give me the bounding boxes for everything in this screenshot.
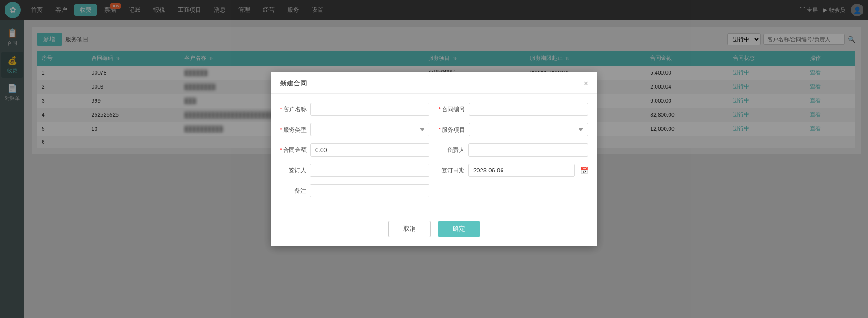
cancel-button[interactable]: 取消 — [388, 221, 431, 237]
note-label: 备注 — [280, 187, 306, 195]
form-group-customer: *客户名称 — [280, 103, 429, 116]
sign-date-input[interactable] — [468, 164, 575, 177]
sign-date-label: 签订日期 — [439, 166, 465, 175]
calendar-icon[interactable]: 📅 — [580, 167, 588, 174]
form-group-service-type: *服务类型 — [280, 123, 429, 136]
note-input[interactable] — [310, 184, 429, 197]
form-group-service-item: *服务项目 — [439, 123, 588, 136]
form-row-3: *合同金额 负责人 — [280, 143, 588, 157]
confirm-button[interactable]: 确定 — [438, 221, 480, 237]
service-type-select[interactable] — [310, 123, 429, 136]
contract-amount-input[interactable] — [310, 143, 429, 157]
form-group-contract-no: *合同编号 — [439, 103, 588, 116]
service-item-select[interactable] — [469, 123, 588, 136]
form-group-note: 备注 — [280, 184, 429, 197]
modal-header: 新建合同 × — [271, 72, 597, 94]
service-item-label: *服务项目 — [439, 126, 465, 134]
form-row-1: *客户名称 *合同编号 — [280, 103, 588, 116]
form-group-amount: *合同金额 — [280, 143, 429, 157]
customer-name-input[interactable] — [310, 103, 429, 116]
required-star-3: * — [280, 126, 282, 133]
modal-close-button[interactable]: × — [584, 80, 588, 88]
modal-footer: 取消 确定 — [271, 214, 597, 246]
form-group-signer: 签订人 — [280, 164, 429, 177]
required-star-1: * — [280, 106, 282, 113]
contract-no-input[interactable] — [469, 103, 588, 116]
customer-name-label: *客户名称 — [280, 105, 307, 114]
form-group-assignee: 负责人 — [439, 143, 588, 157]
required-star-4: * — [439, 126, 441, 133]
contract-no-label: *合同编号 — [439, 105, 465, 114]
form-row-5: 备注 — [280, 184, 588, 197]
modal-dialog: 新建合同 × *客户名称 *合同编号 — [271, 72, 597, 246]
modal-overlay[interactable]: 新建合同 × *客户名称 *合同编号 — [0, 0, 868, 318]
signer-input[interactable] — [310, 164, 429, 177]
contract-amount-label: *合同金额 — [280, 146, 307, 154]
assignee-label: 负责人 — [439, 146, 465, 154]
required-star-2: * — [439, 106, 441, 113]
required-star-5: * — [280, 147, 282, 153]
signer-label: 签订人 — [280, 166, 306, 175]
modal-body: *客户名称 *合同编号 *服务类型 — [271, 94, 597, 214]
form-group-sign-date: 签订日期 📅 — [439, 164, 588, 177]
service-type-label: *服务类型 — [280, 126, 307, 134]
form-row-4: 签订人 签订日期 📅 — [280, 164, 588, 177]
form-row-2: *服务类型 *服务项目 — [280, 123, 588, 136]
modal-title: 新建合同 — [280, 79, 307, 88]
assignee-input[interactable] — [468, 143, 588, 157]
